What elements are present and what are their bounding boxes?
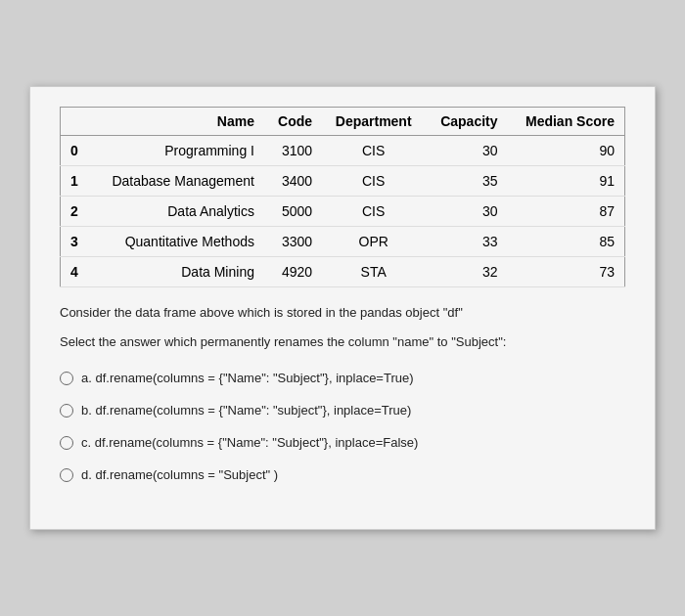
cell-dept: CIS [322, 197, 425, 227]
header-name: Name [90, 108, 264, 136]
option-label-b: b. df.rename(columns = {"Name": "subject… [81, 403, 411, 418]
cell-score: 91 [508, 166, 625, 197]
table-row: 1Database Management3400CIS3591 [61, 166, 625, 197]
cell-code: 4920 [264, 257, 322, 287]
data-table: Name Code Department Capacity Median Sco… [60, 107, 625, 287]
cell-capacity: 33 [425, 227, 507, 257]
cell-code: 3300 [264, 227, 322, 257]
table-row: 3Quantitative Methods3300OPR3385 [61, 227, 625, 257]
table-row: 2Data Analytics5000CIS3087 [61, 197, 625, 227]
option-radio-d[interactable] [60, 468, 73, 482]
cell-code: 3400 [264, 166, 322, 197]
cell-capacity: 30 [425, 136, 507, 166]
options-list: a. df.rename(columns = {"Name": "Subject… [60, 371, 625, 482]
cell-score: 90 [508, 136, 625, 166]
page-container: Name Code Department Capacity Median Sco… [29, 86, 656, 530]
option-radio-b[interactable] [60, 404, 73, 418]
table-row: 4Data Mining4920STA3273 [61, 257, 625, 287]
header-department: Department [322, 108, 425, 136]
cell-index: 0 [61, 136, 90, 166]
cell-name: Data Mining [90, 257, 264, 287]
cell-score: 73 [508, 257, 625, 287]
cell-index: 2 [61, 197, 90, 227]
option-item-b[interactable]: b. df.rename(columns = {"Name": "subject… [60, 403, 625, 418]
option-radio-a[interactable] [60, 372, 73, 385]
option-radio-c[interactable] [60, 436, 73, 450]
cell-score: 85 [508, 227, 625, 257]
cell-name: Data Analytics [90, 197, 264, 227]
cell-dept: STA [322, 257, 425, 287]
cell-capacity: 32 [425, 257, 507, 287]
cell-name: Quantitative Methods [90, 227, 264, 257]
cell-dept: OPR [322, 227, 425, 257]
cell-index: 4 [61, 257, 90, 287]
header-median-score: Median Score [508, 108, 625, 136]
cell-name: Database Management [90, 166, 264, 197]
option-item-d[interactable]: d. df.rename(columns = "Subject" ) [60, 467, 625, 482]
cell-score: 87 [508, 197, 625, 227]
cell-capacity: 35 [425, 166, 507, 197]
cell-code: 3100 [264, 136, 322, 166]
question-text-1: Consider the data frame above which is s… [60, 303, 625, 323]
cell-code: 5000 [264, 197, 322, 227]
cell-name: Programming I [90, 136, 264, 166]
option-label-c: c. df.rename(columns = {"Name": "Subject… [81, 435, 418, 450]
cell-index: 3 [61, 227, 90, 257]
header-code: Code [264, 108, 322, 136]
cell-capacity: 30 [425, 197, 507, 227]
option-label-d: d. df.rename(columns = "Subject" ) [81, 467, 278, 482]
option-item-c[interactable]: c. df.rename(columns = {"Name": "Subject… [60, 435, 625, 450]
question-text-2: Select the answer which permanently rena… [60, 332, 625, 352]
cell-index: 1 [61, 166, 90, 197]
option-item-a[interactable]: a. df.rename(columns = {"Name": "Subject… [60, 371, 625, 385]
header-capacity: Capacity [425, 108, 507, 136]
cell-dept: CIS [322, 136, 425, 166]
header-index [61, 108, 90, 136]
table-row: 0Programming I3100CIS3090 [61, 136, 625, 166]
option-label-a: a. df.rename(columns = {"Name": "Subject… [81, 371, 414, 385]
cell-dept: CIS [322, 166, 425, 197]
